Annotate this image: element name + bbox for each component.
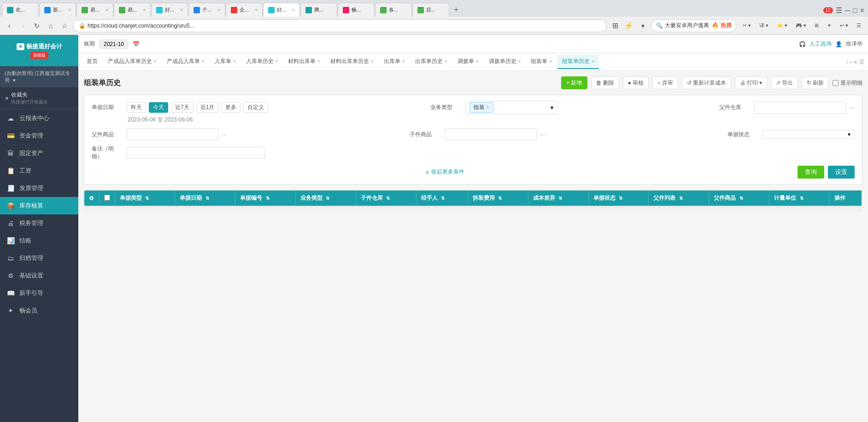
business-type-input-wrapper[interactable]: 组装 × ▾ xyxy=(465,101,557,114)
recalculate-button[interactable]: ↺ 重新计算成本 xyxy=(682,76,731,89)
nav-tab-product-in-history[interactable]: 产成品入库单历史 × xyxy=(103,55,161,69)
nav-tab-in-order[interactable]: 入库单 × xyxy=(210,55,240,69)
nav-tab-in-order-history[interactable]: 入库单历史 × xyxy=(241,55,283,69)
tab-4[interactable]: 易... × xyxy=(114,3,151,17)
date-today-btn[interactable]: 今天 xyxy=(149,102,168,113)
sidebar-item-tax[interactable]: 🖨 税务管理 xyxy=(0,214,78,232)
nav-tab-close-material-out[interactable]: × xyxy=(317,59,320,64)
tab-6[interactable]: 个... × xyxy=(188,3,225,17)
new-button[interactable]: + 新增 xyxy=(561,76,587,89)
th-checkbox[interactable] xyxy=(99,191,115,206)
th-parent-list[interactable]: 父件列表 ⇅ xyxy=(649,191,709,206)
nav-tab-close-out-order-history[interactable]: × xyxy=(445,59,447,64)
th-business-type[interactable]: 业务类型 ⇅ xyxy=(296,191,356,206)
calendar-icon[interactable]: 📅 xyxy=(133,41,140,47)
tab-next-icon[interactable]: › xyxy=(850,59,852,65)
sidebar-item-invoice[interactable]: 🧾 发票管理 xyxy=(0,179,78,197)
nav-tab-product-in[interactable]: 产成品入库单 × xyxy=(162,55,209,69)
nav-tab-material-out[interactable]: 材料出库单 × xyxy=(283,55,325,69)
refresh-page-button[interactable]: ↻ 刷新 xyxy=(802,76,829,89)
close-icon[interactable]: × xyxy=(860,6,864,15)
parent-warehouse-dots[interactable]: ··· xyxy=(849,104,855,111)
sidebar-item-payroll[interactable]: 📋 工资 xyxy=(0,162,78,179)
tab-prev-icon[interactable]: ‹ xyxy=(846,59,848,65)
th-unit[interactable]: 计量单位 ⇅ xyxy=(769,191,830,206)
lightning-icon[interactable]: ⚡ xyxy=(623,20,634,31)
filter-settings-button[interactable]: 设置 xyxy=(828,166,855,179)
nav-tab-close-assembly[interactable]: × xyxy=(549,59,552,64)
browser-menu-icon[interactable]: ☰ xyxy=(836,6,842,15)
qr-icon[interactable]: ⊞ xyxy=(610,20,621,31)
forward-button[interactable]: › xyxy=(18,20,29,31)
th-bill-date[interactable]: 单据日期 ⇅ xyxy=(175,191,235,206)
tab-close-4[interactable]: × xyxy=(143,7,146,12)
sidebar-item-archive[interactable]: 🗂 归档管理 xyxy=(0,249,78,267)
sidebar-item-fund[interactable]: 💳 资金管理 xyxy=(0,127,78,145)
tab-close-5[interactable]: × xyxy=(180,7,183,12)
minimize-icon[interactable]: ─ xyxy=(845,6,850,15)
nav-tab-close-product-in-history[interactable]: × xyxy=(154,59,157,64)
tab-close-all-icon[interactable]: × xyxy=(854,58,857,66)
new-tab-button[interactable]: ＋ xyxy=(450,3,463,16)
nav-tab-material-out-history[interactable]: 材料出库单历史 × xyxy=(326,55,378,69)
tab-11[interactable]: 各... xyxy=(375,3,412,17)
date-more-btn[interactable]: 更多 xyxy=(221,102,240,113)
th-bill-type[interactable]: 单据类型 ⇅ xyxy=(115,191,175,206)
sidebar-company[interactable]: (勿删勿禁用) 江西服宝测试专用 ▾ xyxy=(0,66,78,87)
tab-9[interactable]: 腾... xyxy=(300,3,337,17)
tab-1[interactable]: 在... xyxy=(2,3,39,17)
query-button[interactable]: 查询 xyxy=(798,166,824,179)
tab-10[interactable]: 畅... xyxy=(338,3,375,17)
game-btn[interactable]: 🎮 ▾ xyxy=(792,21,809,30)
maximize-icon[interactable]: □ xyxy=(853,6,857,15)
sidebar-item-fixed-assets[interactable]: 🏛 固定资产 xyxy=(0,145,78,162)
bill-status-wrapper[interactable]: ▾ xyxy=(762,130,855,139)
print-button[interactable]: 🖨 打印 ▾ xyxy=(735,76,767,89)
nav-tab-transfer-history[interactable]: 调拨单历史 × xyxy=(484,55,526,69)
address-bar[interactable]: 🔒 https://cloud.chanjet.com/accounting/u… xyxy=(73,19,607,32)
star-btn[interactable]: ⭐ ▾ xyxy=(774,21,791,30)
parent-goods-input[interactable] xyxy=(127,128,219,140)
delete-button[interactable]: 🗑 删除 xyxy=(591,76,619,89)
nav-tab-assembly[interactable]: 组装单 × xyxy=(526,55,557,69)
th-bill-status[interactable]: 单据状态 ⇅ xyxy=(588,191,649,206)
tab-close-6[interactable]: × xyxy=(217,7,220,12)
date-7days-btn[interactable]: 近7天 xyxy=(171,102,194,113)
child-goods-dots[interactable]: ··· xyxy=(540,131,545,138)
scroll-hint[interactable] xyxy=(84,206,862,212)
nav-tab-out-order-history[interactable]: 出库单历史 × xyxy=(411,55,452,69)
sidebar-logo[interactable]: ✈ 畅捷通好会计 旗舰版 xyxy=(0,35,78,66)
tab-5[interactable]: 好... × xyxy=(151,3,188,17)
undo-btn[interactable]: ↩ ▾ xyxy=(837,21,851,30)
nav-tab-close-transfer-history[interactable]: × xyxy=(518,59,521,64)
nav-tab-close-product-in[interactable]: × xyxy=(202,59,205,64)
th-settings[interactable]: ⚙ xyxy=(84,191,99,206)
parent-warehouse-input[interactable] xyxy=(754,102,846,114)
customer-service-label[interactable]: 人工咨询 xyxy=(809,40,832,48)
tab-close-3[interactable]: × xyxy=(106,7,108,12)
scissors-btn[interactable]: ✂ ▾ xyxy=(739,21,754,30)
sidebar-item-guide[interactable]: 📖 新手引导 xyxy=(0,284,78,302)
bookmark-button[interactable]: ☆ xyxy=(59,20,70,31)
translate-btn[interactable]: 译 ▾ xyxy=(756,21,772,30)
show-detail-checkbox[interactable] xyxy=(833,80,839,86)
back-button[interactable]: ‹ xyxy=(4,20,15,31)
tab-close-7[interactable]: × xyxy=(255,7,258,12)
tab-menu-icon[interactable]: ☰ xyxy=(859,59,864,65)
select-all-checkbox[interactable] xyxy=(104,195,110,201)
sidebar-item-settings[interactable]: ⚙ 基础设置 xyxy=(0,267,78,284)
nav-tab-close-in-order[interactable]: × xyxy=(233,59,236,64)
tab-close-2[interactable]: × xyxy=(68,7,71,12)
sidebar-item-inventory[interactable]: 📦 库存核算 xyxy=(0,197,78,214)
th-disassemble-fee[interactable]: 拆装费用 ⇅ xyxy=(468,191,528,206)
th-cost-diff[interactable]: 成本差异 ⇅ xyxy=(528,191,588,206)
child-goods-input[interactable] xyxy=(445,128,537,140)
show-detail-label[interactable]: 显示明细 xyxy=(833,79,862,87)
grid-btn[interactable]: ⊞ xyxy=(811,21,822,30)
nav-tab-close-material-out-history[interactable]: × xyxy=(371,59,374,64)
nav-tab-transfer[interactable]: 调拨单 × xyxy=(453,55,483,69)
dropdown-icon[interactable]: ▾ xyxy=(637,20,648,31)
remark-input[interactable] xyxy=(127,147,265,159)
nav-tab-assembly-history[interactable]: 组装单历史 × xyxy=(557,55,599,69)
th-bill-no[interactable]: 单据编号 ⇅ xyxy=(235,191,296,206)
